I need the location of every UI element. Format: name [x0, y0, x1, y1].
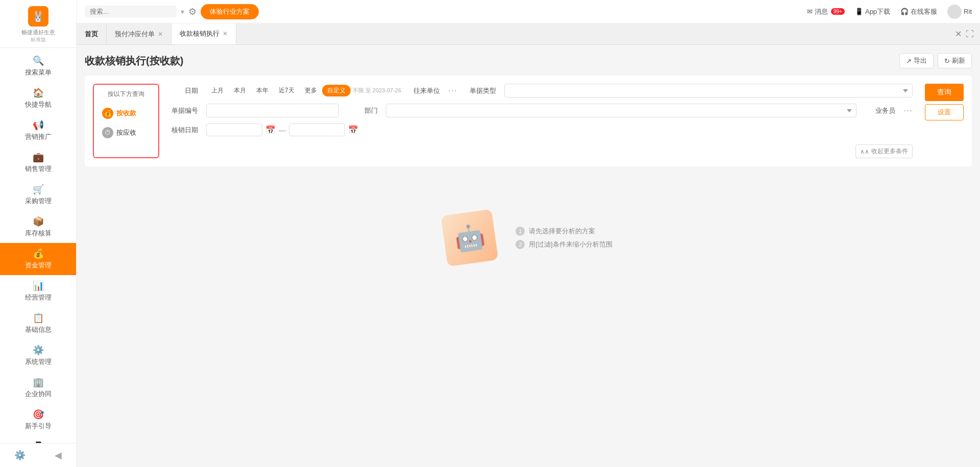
message-badge: 99+ [831, 8, 845, 15]
sidebar-item-finance[interactable]: 💰 资金管理 [0, 243, 76, 275]
staff-dots[interactable]: ··· [903, 105, 913, 116]
export-icon: ↗ [906, 57, 912, 65]
sales-icon: 💼 [33, 152, 44, 163]
counterpart-dots[interactable]: ··· [448, 85, 457, 96]
empty-robot-icon: 🤖 [441, 209, 499, 267]
receipt-type-icon: 💰 [102, 108, 113, 119]
empty-hint-1: 1 请先选择要分析的方案 [516, 227, 612, 236]
page-actions: ↗ 导出 ↻ 刷新 [899, 53, 972, 68]
sidebar-item-quick-nav[interactable]: 🏠 快捷导航 [0, 82, 76, 114]
date-tab-more[interactable]: 更多 [300, 85, 322, 96]
date-separator: — [279, 126, 286, 134]
sidebar-item-search[interactable]: 🔍 搜索菜单 [0, 50, 76, 82]
logo-text: 畅捷通好生意 [21, 29, 55, 36]
date-tab-this-year[interactable]: 本年 [251, 85, 274, 96]
date-tab-custom[interactable]: 自定义 [322, 85, 351, 96]
user-profile[interactable]: Rit [947, 5, 972, 19]
query-type-panel: 按以下方查询 💰 按收款 ⏱ 按应收 [93, 84, 159, 158]
writeoff-start-cal-icon[interactable]: 📅 [265, 125, 276, 135]
message-action[interactable]: ✉ 消息 99+ [807, 7, 845, 16]
online-service-label: 在线客服 [911, 7, 937, 16]
query-by-receivable[interactable]: ⏱ 按应收 [99, 123, 153, 142]
empty-hint-2: 2 用[过滤]条件来缩小分析范围 [516, 240, 612, 249]
sidebar-item-enterprise[interactable]: 🏢 企业协同 [0, 372, 76, 404]
tab-prepay-flush[interactable]: 预付冲应付单 ✕ [107, 23, 172, 44]
sidebar-item-hardware[interactable]: 📱 智能硬件 [0, 436, 76, 443]
filter-row-3: 核销日期 2023-03-01 📅 — 2023-07-21 📅 [167, 124, 913, 136]
guide-icon: 🎯 [33, 409, 44, 420]
tab-home[interactable]: 首页 [77, 23, 107, 44]
empty-text: 1 请先选择要分析的方案 2 用[过滤]条件来缩小分析范围 [516, 227, 612, 249]
sidebar-item-inventory[interactable]: 📦 库存核算 [0, 211, 76, 243]
app-download-label: App下载 [865, 7, 890, 16]
writeoff-start-input[interactable]: 2023-03-01 [206, 124, 262, 136]
sidebar-settings-icon[interactable]: ⚙️ [14, 450, 26, 461]
date-tab-last-month[interactable]: 上月 [206, 85, 229, 96]
app-icon: 📱 [855, 8, 863, 15]
dept-select[interactable] [386, 104, 856, 117]
purchase-icon: 🛒 [33, 184, 44, 195]
logo-badge: 标准版 [31, 36, 46, 43]
tab-close-all-icon[interactable]: ✕ [955, 29, 962, 39]
writeoff-end-cal-icon[interactable]: 📅 [348, 125, 358, 135]
header-right: ✉ 消息 99+ 📱 App下载 🎧 在线客服 Rit [807, 5, 972, 19]
app-download-action[interactable]: 📱 App下载 [855, 7, 890, 16]
operations-icon: 📊 [33, 280, 44, 291]
online-service-action[interactable]: 🎧 在线客服 [900, 7, 937, 16]
logo-icon: 🐰 [28, 6, 48, 27]
doc-type-label: 单据类型 [465, 86, 496, 95]
export-btn[interactable]: ↗ 导出 [899, 53, 934, 68]
sidebar-item-system[interactable]: ⚙️ 系统管理 [0, 339, 76, 372]
page-title: 收款核销执行(按收款) [85, 54, 183, 68]
doc-no-input[interactable] [206, 104, 339, 117]
tab-close-receipt[interactable]: ✕ [223, 30, 228, 37]
doc-type-select[interactable] [504, 84, 913, 97]
sidebar-item-sales[interactable]: 💼 销售管理 [0, 146, 76, 179]
main-area: ▾ ⚙ 体验行业方案 ✉ 消息 99+ 📱 App下载 🎧 在线客服 Rit [77, 0, 980, 467]
header-search-input[interactable] [85, 6, 177, 17]
sidebar-menu: 🔍 搜索菜单 🏠 快捷导航 📢 营销推广 💼 销售管理 🛒 采购管理 📦 库存核… [0, 48, 76, 443]
sidebar-item-purchase[interactable]: 🛒 采购管理 [0, 179, 76, 211]
query-btn[interactable]: 查询 [925, 84, 964, 101]
filter-controls: 日期 上月 本月 本年 近7天 更多 自定义 不限 至 2023-07-26 往… [167, 84, 913, 158]
counterpart-label: 往来单位 [409, 86, 440, 95]
date-tab-7days[interactable]: 近7天 [274, 85, 300, 96]
settings-btn[interactable]: 设置 [925, 104, 964, 120]
query-type-title: 按以下方查询 [99, 90, 153, 99]
message-label: 消息 [815, 7, 828, 16]
query-by-receipt[interactable]: 💰 按收款 [99, 104, 153, 123]
system-icon: ⚙️ [33, 345, 44, 356]
marketing-icon: 📢 [33, 119, 44, 131]
tab-close-prepay[interactable]: ✕ [158, 31, 163, 38]
basic-icon: 📋 [33, 312, 44, 324]
inventory-icon: 📦 [33, 216, 44, 227]
refresh-btn[interactable]: ↻ 刷新 [938, 53, 972, 68]
finance-icon: 💰 [33, 248, 44, 259]
date-tabs: 上月 本月 本年 近7天 更多 自定义 不限 至 2023-07-26 [206, 85, 401, 96]
user-name: Rit [964, 8, 972, 15]
sidebar-item-marketing[interactable]: 📢 营销推广 [0, 114, 76, 146]
filter-row-2: 单据编号 部门 业务员 ··· [167, 104, 913, 117]
sidebar-item-guide[interactable]: 🎯 新手引导 [0, 404, 76, 436]
industry-btn[interactable]: 体验行业方案 [201, 4, 259, 19]
writeoff-date-label: 核销日期 [167, 126, 198, 135]
date-tab-this-month[interactable]: 本月 [229, 85, 251, 96]
home-icon: 🏠 [33, 87, 44, 99]
empty-state: 🤖 1 请先选择要分析的方案 2 用[过滤]条件来缩小分析范围 [85, 166, 972, 309]
page-header: 收款核销执行(按收款) ↗ 导出 ↻ 刷新 [85, 53, 972, 68]
page-content: 收款核销执行(按收款) ↗ 导出 ↻ 刷新 按以下方查询 💰 按收款 [77, 45, 980, 467]
header-settings-icon[interactable]: ⚙ [188, 6, 197, 17]
doc-no-label: 单据编号 [167, 106, 198, 115]
writeoff-end-input[interactable]: 2023-07-21 [289, 124, 345, 136]
refresh-icon: ↻ [944, 57, 950, 65]
header-chevron-icon[interactable]: ▾ [181, 8, 184, 16]
tab-expand-icon[interactable]: ⛶ [966, 30, 974, 39]
top-header: ▾ ⚙ 体验行业方案 ✉ 消息 99+ 📱 App下载 🎧 在线客服 Rit [77, 0, 980, 23]
enterprise-icon: 🏢 [33, 377, 44, 388]
staff-label: 业务员 [865, 106, 895, 115]
tab-receipt-write-off[interactable]: 收款核销执行 ✕ [172, 23, 236, 44]
sidebar-item-operations[interactable]: 📊 经营管理 [0, 275, 76, 307]
sidebar-item-basic[interactable]: 📋 基础信息 [0, 307, 76, 339]
collapse-btn[interactable]: ∧∧ 收起更多条件 [855, 144, 913, 158]
sidebar-collapse-icon[interactable]: ◀ [55, 450, 62, 461]
